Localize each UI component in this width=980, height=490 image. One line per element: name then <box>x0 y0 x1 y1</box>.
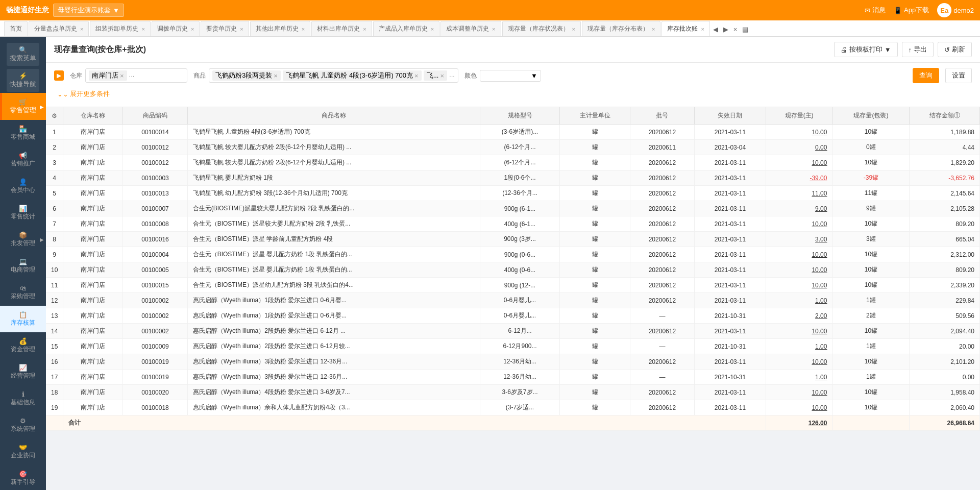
settings-button[interactable]: 设置 <box>945 68 972 83</box>
tab-3[interactable]: 调拨单历史 × <box>152 21 200 36</box>
export-button[interactable]: ↑ 导出 <box>902 42 934 57</box>
table-row: 13 南岸门店 00100002 惠氏启醇（Wyeth illuma）1段奶粉 … <box>46 308 980 324</box>
tab-close-btn[interactable]: × <box>731 22 740 36</box>
sidebar-item-system[interactable]: ⚙系统管理 <box>0 412 46 438</box>
close-icon[interactable]: × <box>191 26 194 32</box>
tab-next-btn[interactable]: ▶ <box>721 22 730 36</box>
print-button[interactable]: 🖨 按模板打印 ▼ <box>834 42 898 57</box>
sidebar-item-retail-stats[interactable]: 📊零售统计 <box>0 200 46 226</box>
tab-8[interactable]: 成本调整单历史 × <box>440 21 501 36</box>
sidebar-item-wholesale[interactable]: 📦批发管理▶ <box>0 226 46 253</box>
cell-qty-main[interactable]: 1.00 <box>766 293 832 308</box>
tab-1[interactable]: 分量盘点单历史 × <box>29 21 89 36</box>
user-avatar[interactable]: Ea demo2 <box>937 3 974 17</box>
tab-home[interactable]: 首页 <box>4 21 28 36</box>
sidebar-item-guide[interactable]: 🎯新手引导 <box>0 465 46 490</box>
active-indicator <box>0 93 2 120</box>
tab-menu-btn[interactable]: ▤ <box>740 22 750 36</box>
sidebar-item-enterprise[interactable]: 🤝企业协同 <box>0 438 46 465</box>
color-tags[interactable]: ▼ <box>480 70 541 82</box>
summary-qty-main[interactable]: 126.00 <box>766 415 832 431</box>
close-icon[interactable]: × <box>141 26 144 32</box>
close-icon[interactable]: × <box>572 26 575 32</box>
cell-qty-main[interactable]: 1.00 <box>766 339 832 354</box>
expand-conditions-btn[interactable]: ⌄⌄ 展开更多条件 <box>57 89 969 99</box>
warehouse-tags[interactable]: 南岸门店 × ··· <box>85 68 187 83</box>
cell-spec: (6-12个月... <box>480 140 560 155</box>
sidebar-item-basic-info[interactable]: ℹ基础信息 <box>0 385 46 412</box>
close-icon[interactable]: × <box>492 26 495 32</box>
cell-expire: 2021-03-11 <box>695 385 766 400</box>
remove-product-tag-3[interactable]: × <box>440 72 444 80</box>
sidebar-item-inventory[interactable]: 📋库存核算 <box>0 306 46 332</box>
remove-product-tag-1[interactable]: × <box>274 72 278 80</box>
remove-product-tag-2[interactable]: × <box>414 72 419 80</box>
tab-5[interactable]: 其他出库单历史 × <box>250 21 310 36</box>
refresh-button[interactable]: ↺ 刷新 <box>938 42 972 57</box>
messages-button[interactable]: ✉ 消息 <box>865 6 886 15</box>
expand-filter-btn[interactable]: ▶ <box>54 70 64 81</box>
close-icon[interactable]: × <box>701 26 704 32</box>
product-tags[interactable]: 飞鹤奶粉3段两提装 × 飞鹤星飞帆 儿童奶粉 4段(3-6岁适用) 700克 ×… <box>209 68 458 83</box>
tab-6[interactable]: 材料出库单历史 × <box>311 21 372 36</box>
cell-qty-main[interactable]: 10.00 <box>766 125 832 140</box>
cell-qty-main[interactable]: 10.00 <box>766 155 832 170</box>
th-name: 商品名称 <box>187 107 480 125</box>
cell-qty-main[interactable]: 3.00 <box>766 232 832 247</box>
remove-warehouse-tag[interactable]: × <box>120 72 124 80</box>
th-warehouse: 仓库名称 <box>63 107 123 125</box>
tab-2[interactable]: 组装拆卸单历史 × <box>90 21 150 36</box>
more-icon[interactable]: ··· <box>449 72 455 80</box>
cell-qty-main[interactable]: 10.00 <box>766 278 832 293</box>
cell-qty-main[interactable]: -39.00 <box>766 170 832 186</box>
app-download-button[interactable]: 📱 App下载 <box>894 6 929 15</box>
sidebar-item-retail-shop[interactable]: 🏪零售商城 <box>0 120 46 146</box>
sidebar-item-ecommerce[interactable]: 💻电商管理 <box>0 253 46 279</box>
cell-qty-main[interactable]: 10.00 <box>766 247 832 262</box>
summary-row: 合计 126.00 26,968.64 <box>46 415 980 431</box>
clipboard-icon: 📋 <box>19 311 27 318</box>
sidebar-quick-nav[interactable]: ⚡ 快捷导航 <box>7 69 39 92</box>
sidebar-item-retail-mgmt[interactable]: 🛒 零售管理 ▶ <box>0 93 46 120</box>
store-selector[interactable]: 母婴行业演示账套 ▼ <box>53 4 124 17</box>
close-icon[interactable]: × <box>652 26 655 32</box>
cell-expire: 2021-03-11 <box>695 293 766 308</box>
close-icon[interactable]: × <box>240 26 243 32</box>
cell-qty-main[interactable]: 9.00 <box>766 201 832 216</box>
sidebar-item-operations[interactable]: 📈经营管理 <box>0 359 46 385</box>
sidebar-item-finance[interactable]: 💰资金管理 <box>0 332 46 359</box>
tab-prev-btn[interactable]: ◀ <box>711 22 720 36</box>
cell-qty-main[interactable]: 11.00 <box>766 186 832 201</box>
cell-qty-main[interactable]: 10.00 <box>766 324 832 339</box>
th-settings[interactable]: ⚙ <box>46 107 63 125</box>
cell-qty-main[interactable]: 0.00 <box>766 140 832 155</box>
tab-9[interactable]: 现存量（库存状况表） × <box>502 21 581 36</box>
tab-10[interactable]: 现存量（库存分布表） × <box>582 21 660 36</box>
cell-qty-main[interactable]: 1.00 <box>766 370 832 385</box>
cell-qty-main[interactable]: 10.00 <box>766 216 832 232</box>
cell-expire: 2021-10-31 <box>695 339 766 354</box>
cell-qty-main[interactable]: 10.00 <box>766 354 832 370</box>
cell-qty-main[interactable]: 10.00 <box>766 262 832 278</box>
tab-active[interactable]: 库存批次账 × <box>662 21 709 37</box>
cell-qty-main[interactable]: 10.00 <box>766 400 832 415</box>
close-icon[interactable]: × <box>80 26 83 32</box>
tab-7[interactable]: 产成品入库单历史 × <box>373 21 439 36</box>
sidebar-search[interactable]: 🔍 搜索英单 <box>7 43 39 66</box>
close-icon[interactable]: × <box>431 26 434 32</box>
more-icon[interactable]: ··· <box>129 72 135 80</box>
tab-4[interactable]: 要货单历史 × <box>201 21 249 36</box>
cell-warehouse: 南岸门店 <box>63 400 123 415</box>
close-icon[interactable]: × <box>363 26 366 32</box>
sidebar-item-members[interactable]: 👤会员中心 <box>0 173 46 200</box>
th-qty-main: 现存量(主) <box>766 107 832 125</box>
close-icon[interactable]: × <box>302 26 305 32</box>
cell-qty-main[interactable]: 10.00 <box>766 385 832 400</box>
sidebar-item-marketing[interactable]: 📢营销推广 <box>0 146 46 173</box>
cell-qty-main[interactable]: 2.00 <box>766 308 832 324</box>
query-button[interactable]: 查询 <box>913 68 939 83</box>
sidebar-item-purchasing[interactable]: 🛍采购管理 <box>0 279 46 306</box>
cell-balance: 665.04 <box>910 232 980 247</box>
table-row: 10 南岸门店 00100005 合生元（BIOSTIME）派星 婴儿配方奶粉 … <box>46 262 980 278</box>
cell-index: 16 <box>46 354 63 370</box>
